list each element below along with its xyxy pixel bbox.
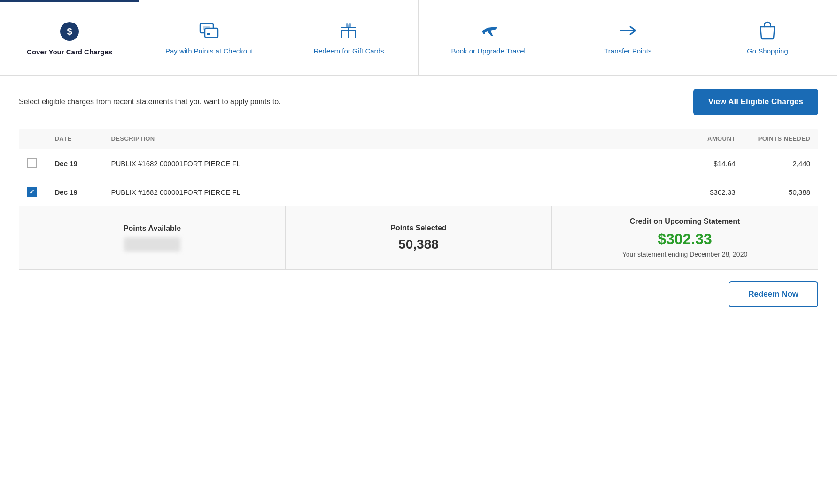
arrow-right-icon <box>618 20 638 41</box>
checkbox-unchecked[interactable] <box>27 158 37 168</box>
page-wrapper: $ Cover Your Card Charges Pay with Point… <box>0 0 837 504</box>
charges-table: DATE DESCRIPTION AMOUNT POINTS NEEDED De… <box>19 128 818 206</box>
tab-shopping[interactable]: Go Shopping <box>698 0 837 75</box>
row2-date: Dec 19 <box>47 178 104 206</box>
table-header-row: DATE DESCRIPTION AMOUNT POINTS NEEDED <box>19 129 818 149</box>
summary-row: Points Available Points Selected 50,388 … <box>19 206 818 270</box>
tab-gift-cards-label: Redeem for Gift Cards <box>313 46 384 56</box>
col-amount: AMOUNT <box>677 129 743 149</box>
points-available-label: Points Available <box>124 224 181 233</box>
tabs-navigation: $ Cover Your Card Charges Pay with Point… <box>0 0 837 76</box>
instruction-row: Select eligible charges from recent stat… <box>19 89 818 115</box>
row1-description: PUBLIX #1682 000001FORT PIERCE FL <box>104 149 677 178</box>
tab-pay-checkout[interactable]: Pay with Points at Checkout <box>140 0 279 75</box>
tab-cover-charges-label: Cover Your Card Charges <box>27 47 112 57</box>
tab-transfer[interactable]: Transfer Points <box>558 0 698 75</box>
table-row: Dec 19 PUBLIX #1682 000001FORT PIERCE FL… <box>19 178 818 206</box>
row2-checkbox-cell[interactable] <box>19 178 47 206</box>
airplane-icon <box>478 20 499 41</box>
summary-points-selected: Points Selected 50,388 <box>286 206 552 269</box>
view-all-button[interactable]: View All Eligible Charges <box>693 89 818 115</box>
table-row: Dec 19 PUBLIX #1682 000001FORT PIERCE FL… <box>19 149 818 178</box>
main-content: Select eligible charges from recent stat… <box>0 76 837 321</box>
points-selected-value: 50,388 <box>398 237 439 252</box>
svg-rect-6 <box>207 33 210 35</box>
col-description: DESCRIPTION <box>104 129 677 149</box>
statement-note: Your statement ending December 28, 2020 <box>622 251 747 258</box>
row1-checkbox-cell[interactable] <box>19 149 47 178</box>
dollar-circle-icon: $ <box>59 21 80 42</box>
redeem-now-button[interactable]: Redeem Now <box>728 281 818 307</box>
svg-rect-4 <box>205 28 218 38</box>
tab-travel[interactable]: Book or Upgrade Travel <box>419 0 558 75</box>
row1-amount: $14.64 <box>677 149 743 178</box>
checkbox-checked[interactable] <box>27 187 37 197</box>
credit-value: $302.33 <box>658 230 712 248</box>
shopping-bag-icon <box>757 20 778 41</box>
redeem-row: Redeem Now <box>19 281 818 307</box>
tab-pay-checkout-label: Pay with Points at Checkout <box>165 46 253 56</box>
tab-gift-cards[interactable]: Redeem for Gift Cards <box>279 0 418 75</box>
tab-transfer-label: Transfer Points <box>604 46 651 56</box>
points-available-value-blurred <box>124 237 180 252</box>
row2-amount: $302.33 <box>677 178 743 206</box>
summary-credit: Credit on Upcoming Statement $302.33 You… <box>552 206 818 269</box>
row1-date: Dec 19 <box>47 149 104 178</box>
tab-travel-label: Book or Upgrade Travel <box>451 46 525 56</box>
col-checkbox <box>19 129 47 149</box>
row2-points-needed: 50,388 <box>743 178 818 206</box>
gift-box-icon <box>338 20 359 41</box>
row1-points-needed: 2,440 <box>743 149 818 178</box>
col-points-needed: POINTS NEEDED <box>743 129 818 149</box>
points-selected-label: Points Selected <box>390 224 446 232</box>
wallet-card-icon <box>199 20 219 41</box>
svg-text:$: $ <box>67 26 72 37</box>
instruction-text: Select eligible charges from recent stat… <box>19 98 281 106</box>
row2-description: PUBLIX #1682 000001FORT PIERCE FL <box>104 178 677 206</box>
tab-cover-charges[interactable]: $ Cover Your Card Charges <box>0 0 140 75</box>
summary-points-available: Points Available <box>19 206 286 269</box>
tab-shopping-label: Go Shopping <box>747 46 788 56</box>
col-date: DATE <box>47 129 104 149</box>
credit-label: Credit on Upcoming Statement <box>630 217 740 226</box>
